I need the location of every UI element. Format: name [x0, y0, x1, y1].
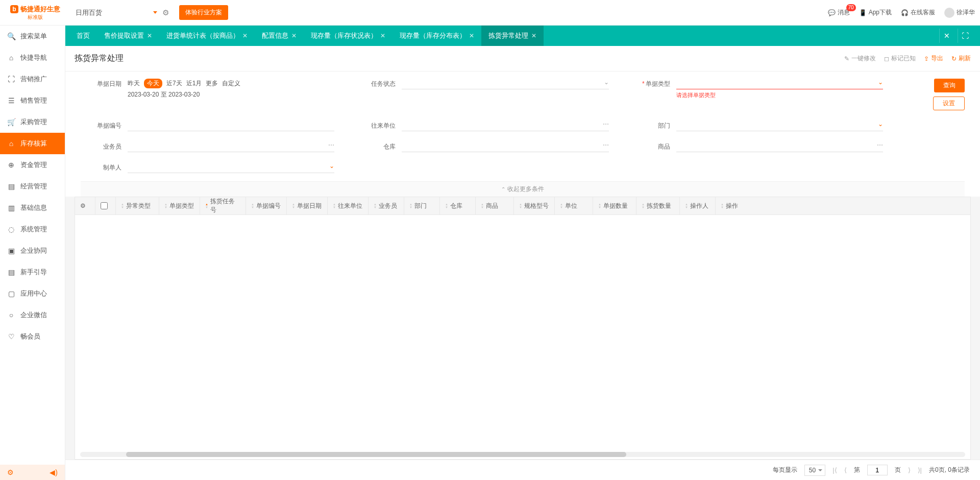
th-4[interactable]: ▲▼拣货任务号: [200, 197, 246, 214]
sort-icon[interactable]: ▲▼: [721, 203, 724, 209]
support-button[interactable]: 🎧 在线客服: [901, 8, 935, 17]
date-opt-custom[interactable]: 自定义: [222, 79, 240, 88]
th-1[interactable]: [95, 197, 116, 214]
sidebar-item-13[interactable]: ○企业微信: [0, 304, 65, 326]
th-9[interactable]: ▲▼部门: [404, 197, 440, 214]
sidebar-item-12[interactable]: ▢应用中心: [0, 283, 65, 304]
sidebar-item-11[interactable]: ▤新手引导: [0, 261, 65, 283]
sidebar-item-6[interactable]: ⊕资金管理: [0, 154, 65, 176]
th-10[interactable]: ▲▼仓库: [440, 197, 476, 214]
dept-select[interactable]: [676, 121, 883, 131]
date-opt-today[interactable]: 今天: [144, 79, 162, 88]
horizontal-scrollbar[interactable]: [80, 452, 965, 457]
maker-select[interactable]: [128, 162, 334, 173]
sort-icon[interactable]: ▲▼: [205, 203, 208, 209]
close-icon[interactable]: ✕: [242, 32, 248, 39]
th-16[interactable]: ▲▼操作人: [680, 197, 716, 214]
sort-icon[interactable]: ▲▼: [685, 203, 688, 209]
sort-icon[interactable]: ▲▼: [333, 203, 336, 209]
last-page-button[interactable]: ⟩|: [918, 466, 922, 474]
gear-icon[interactable]: ⚙: [80, 202, 86, 209]
close-icon[interactable]: ✕: [291, 32, 297, 39]
partner-input[interactable]: [402, 121, 608, 131]
date-opt-more[interactable]: 更多: [206, 79, 218, 88]
refresh-button[interactable]: ↻刷新: [951, 54, 971, 63]
sidebar-item-0[interactable]: 🔍搜索菜单: [0, 26, 65, 47]
tab-1[interactable]: 售价提取设置✕: [97, 26, 159, 46]
more-icon[interactable]: ⋯: [877, 141, 883, 149]
th-11[interactable]: ▲▼商品: [476, 197, 514, 214]
per-page-select[interactable]: 50: [804, 465, 825, 476]
collapse-sidebar-icon[interactable]: ◀): [50, 468, 58, 476]
sort-icon[interactable]: ▲▼: [409, 203, 412, 209]
collapse-filters-button[interactable]: ⌃收起更多条件: [81, 181, 965, 197]
date-opt-7d[interactable]: 近7天: [166, 79, 182, 88]
th-5[interactable]: ▲▼单据编号: [246, 197, 287, 214]
sidebar-item-2[interactable]: ⛶营销推广: [0, 68, 65, 90]
query-button[interactable]: 查询: [934, 79, 965, 92]
tab-2[interactable]: 进货单统计表（按商品）✕: [159, 26, 255, 46]
sidebar-item-4[interactable]: 🛒采购管理: [0, 111, 65, 133]
tab-6[interactable]: 拣货异常处理✕: [481, 26, 544, 46]
select-all-checkbox[interactable]: [101, 202, 108, 209]
th-12[interactable]: ▲▼规格型号: [514, 197, 555, 214]
th-2[interactable]: ▲▼异常类型: [116, 197, 159, 214]
messages-button[interactable]: 💬 消息 70: [828, 8, 850, 17]
close-icon[interactable]: ✕: [469, 32, 474, 39]
sort-icon[interactable]: ▲▼: [164, 203, 167, 209]
sidebar-item-10[interactable]: ▣企业协同: [0, 240, 65, 261]
sort-icon[interactable]: ▲▼: [560, 203, 563, 209]
sort-icon[interactable]: ▲▼: [642, 203, 645, 209]
th-13[interactable]: ▲▼单位: [555, 197, 593, 214]
industry-select[interactable]: 日用百货: [76, 8, 157, 17]
expand-icon[interactable]: ⛶: [958, 29, 972, 43]
task-status-select[interactable]: [402, 79, 608, 89]
settings-icon[interactable]: ⚙: [7, 468, 14, 476]
sort-icon[interactable]: ▲▼: [519, 203, 522, 209]
tab-5[interactable]: 现存量（库存分布表）✕: [393, 26, 481, 46]
prev-page-button[interactable]: ⟨: [844, 466, 847, 474]
th-15[interactable]: ▲▼拣货数量: [636, 197, 680, 214]
sidebar-item-3[interactable]: ☰销售管理: [0, 90, 65, 111]
th-17[interactable]: ▲▼操作: [716, 197, 762, 214]
date-opt-yesterday[interactable]: 昨天: [128, 79, 140, 88]
app-download-button[interactable]: 📱 App下载: [859, 8, 892, 17]
th-7[interactable]: ▲▼往来单位: [328, 197, 369, 214]
sidebar-item-1[interactable]: ⌂快捷导航: [0, 47, 65, 68]
sort-icon[interactable]: ▲▼: [445, 203, 448, 209]
sidebar-item-5[interactable]: ⌂库存核算: [0, 133, 65, 154]
sort-icon[interactable]: ▲▼: [374, 203, 377, 209]
th-6[interactable]: ▲▼单据日期: [287, 197, 328, 214]
date-opt-1m[interactable]: 近1月: [186, 79, 202, 88]
sidebar-item-7[interactable]: ▤经营管理: [0, 176, 65, 197]
tab-0[interactable]: 首页: [69, 26, 97, 46]
close-tabs-button[interactable]: ✕: [939, 29, 953, 43]
scrollbar-thumb[interactable]: [126, 452, 626, 457]
gear-icon[interactable]: ⚙: [162, 8, 169, 17]
sidebar-item-9[interactable]: ◌系统管理: [0, 219, 65, 240]
th-14[interactable]: ▲▼单据数量: [593, 197, 636, 214]
page-input[interactable]: [867, 465, 888, 475]
doc-type-select[interactable]: [676, 79, 883, 89]
tab-4[interactable]: 现存量（库存状况表）✕: [304, 26, 393, 46]
th-3[interactable]: ▲▼单据类型: [159, 197, 200, 214]
try-industry-button[interactable]: 体验行业方案: [179, 5, 228, 20]
operator-input[interactable]: [128, 141, 334, 152]
more-icon[interactable]: ⋯: [603, 121, 609, 128]
mark-known-button[interactable]: ◻标记已知: [884, 54, 916, 63]
sort-icon[interactable]: ▲▼: [292, 203, 295, 209]
batch-edit-button[interactable]: ✎一键修改: [844, 54, 876, 63]
sidebar-item-8[interactable]: ▥基础信息: [0, 197, 65, 219]
first-page-button[interactable]: |⟨: [832, 466, 837, 474]
export-button[interactable]: ⇪导出: [924, 54, 943, 63]
close-icon[interactable]: ✕: [147, 32, 152, 39]
close-icon[interactable]: ✕: [531, 32, 536, 39]
next-page-button[interactable]: ⟩: [908, 466, 911, 474]
tab-3[interactable]: 配置信息✕: [255, 26, 304, 46]
warehouse-input[interactable]: [402, 141, 608, 152]
doc-no-input[interactable]: [128, 121, 334, 131]
sidebar-item-14[interactable]: ♡畅会员: [0, 326, 65, 347]
more-icon[interactable]: ⋯: [603, 141, 609, 149]
sort-icon[interactable]: ▲▼: [481, 203, 484, 209]
user-menu[interactable]: 徐泽华: [944, 8, 975, 18]
